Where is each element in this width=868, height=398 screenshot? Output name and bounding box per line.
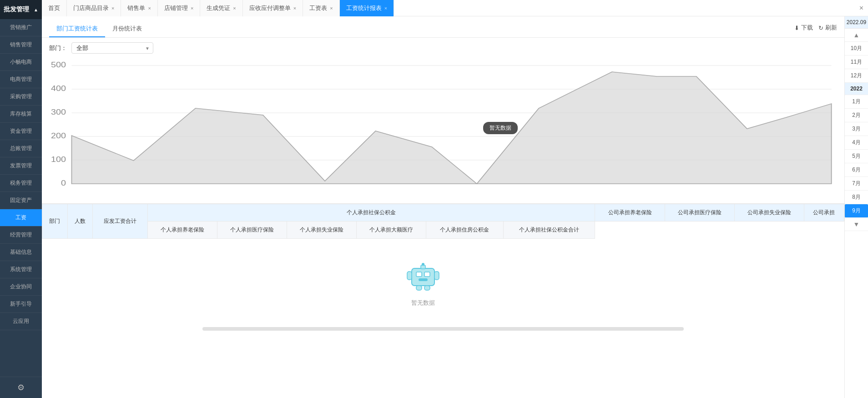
download-icon: ⬇ <box>794 25 799 31</box>
date-panel-header: 2022.09 <box>845 16 868 29</box>
svg-rect-20 <box>434 272 439 280</box>
page-content: 部门工资统计表月份统计表 ⬇ 下载 ↻ 刷新 部门： 全 <box>42 16 844 398</box>
date-month-mar[interactable]: 3月 <box>845 122 868 136</box>
date-month-apr[interactable]: 4月 <box>845 136 868 150</box>
sidebar-item-系统管理[interactable]: 系统管理 <box>0 261 42 278</box>
sidebar-item-企业协同[interactable]: 企业协同 <box>0 278 42 296</box>
col-personal-large-medical: 个人承担大额医疗 <box>357 222 426 239</box>
table-sub-header-row: 个人承担养老保险 个人承担医疗保险 个人承担失业保险 个人承担大额医疗 个人承担… <box>42 222 844 239</box>
svg-text:0: 0 <box>61 179 66 187</box>
empty-text: 暂无数据 <box>411 299 435 307</box>
sidebar-item-销售管理[interactable]: 销售管理 <box>0 36 42 54</box>
svg-text:500: 500 <box>51 61 66 69</box>
col-company-medical: 公司承担医疗保险 <box>665 204 734 222</box>
sidebar: 批发管理 ▲ 营销推广销售管理小畅电商电商管理采购管理库存核算资金管理总账管理发… <box>0 0 42 398</box>
sidebar-item-电商管理[interactable]: 电商管理 <box>0 71 42 88</box>
svg-point-18 <box>422 263 424 266</box>
department-select[interactable]: 全部 <box>71 42 153 54</box>
empty-state-cell: 暂无数据 <box>42 239 804 326</box>
sidebar-item-总账管理[interactable]: 总账管理 <box>0 140 42 157</box>
sidebar-settings-button[interactable]: ⚙ <box>0 377 42 398</box>
sidebar-item-新手引导[interactable]: 新手引导 <box>0 296 42 313</box>
date-month-jul[interactable]: 7月 <box>845 177 868 191</box>
sidebar-item-经营管理[interactable]: 经营管理 <box>0 227 42 244</box>
sidebar-item-工资[interactable]: 工资 <box>0 209 42 227</box>
col-personal-pension: 个人承担养老保险 <box>147 222 217 239</box>
sidebar-item-小畅电商[interactable]: 小畅电商 <box>0 54 42 71</box>
date-month-feb[interactable]: 2月 <box>845 109 868 122</box>
col-personal-housing-fund: 个人承担住房公积金 <box>426 222 503 239</box>
table-group-header-row: 部门 人数 应发工资合计 个人承担社保公积金 公司承担养老保险 公司承担医疗保险… <box>42 204 844 222</box>
tab-label: 生成凭证 <box>207 4 230 12</box>
tab-close-button[interactable]: × <box>191 5 193 11</box>
date-month-aug[interactable]: 8月 <box>845 191 868 204</box>
tab-close-button[interactable]: × <box>293 5 296 11</box>
col-personal-total: 个人承担社保公积金合计 <box>503 222 595 239</box>
tab-close-button[interactable]: × <box>148 5 151 11</box>
sub-tab-部门工资统计表[interactable]: 部门工资统计表 <box>49 21 105 37</box>
sidebar-item-基础信息[interactable]: 基础信息 <box>0 244 42 261</box>
refresh-label: 刷新 <box>825 24 837 32</box>
tab-生成凭证[interactable]: 生成凭证× <box>200 0 242 16</box>
sidebar-title: 批发管理 <box>4 5 29 14</box>
date-scroll-down-button[interactable]: ▼ <box>845 218 868 231</box>
tab-工资统计报表[interactable]: 工资统计报表× <box>340 0 394 16</box>
main-content: 首页门店商品目录×销售单×店铺管理×生成凭证×应收应付调整单×工资表×工资统计报… <box>42 0 868 398</box>
tab-label: 店铺管理 <box>164 4 188 12</box>
tab-门店商品目录[interactable]: 门店商品目录× <box>67 0 121 16</box>
date-month-may[interactable]: 5月 <box>845 150 868 163</box>
date-month-jun[interactable]: 6月 <box>845 163 868 177</box>
close-all-tabs-button[interactable]: × <box>855 4 868 12</box>
tab-label: 门店商品目录 <box>73 4 109 12</box>
date-month-jan[interactable]: 1月 <box>845 95 868 109</box>
tab-销售单[interactable]: 销售单× <box>121 0 157 16</box>
date-month-oct[interactable]: 10月 <box>845 42 868 55</box>
sidebar-item-营销推广[interactable]: 营销推广 <box>0 19 42 36</box>
tab-close-button[interactable]: × <box>111 5 114 11</box>
sidebar-item-资金管理[interactable]: 资金管理 <box>0 123 42 140</box>
tab-label: 销售单 <box>127 4 145 12</box>
empty-icon <box>405 257 441 293</box>
tab-label: 首页 <box>48 4 60 12</box>
department-select-wrapper[interactable]: 全部 <box>71 42 153 54</box>
table-empty-row: 暂无数据 <box>42 239 844 326</box>
date-month-sep[interactable]: 9月 <box>845 204 868 218</box>
filter-bar: 部门： 全部 <box>42 38 844 58</box>
svg-rect-16 <box>419 278 428 281</box>
svg-rect-17 <box>421 265 425 269</box>
download-button[interactable]: ⬇ 下载 <box>794 24 813 32</box>
sub-tab-月份统计表[interactable]: 月份统计表 <box>105 21 149 37</box>
tab-店铺管理[interactable]: 店铺管理× <box>158 0 200 16</box>
tab-首页[interactable]: 首页 <box>42 0 67 16</box>
horizontal-scrollbar[interactable] <box>202 327 684 331</box>
department-filter-label: 部门： <box>49 44 67 52</box>
tab-close-button[interactable]: × <box>330 5 333 11</box>
tab-close-button[interactable]: × <box>233 5 236 11</box>
sidebar-arrow-icon: ▲ <box>34 7 38 12</box>
sidebar-item-固定资产[interactable]: 固定资产 <box>0 192 42 209</box>
sidebar-item-云应用[interactable]: 云应用 <box>0 313 42 330</box>
tab-应收应付调整单[interactable]: 应收应付调整单× <box>243 0 303 16</box>
sidebar-item-采购管理[interactable]: 采购管理 <box>0 88 42 106</box>
sidebar-item-发票管理[interactable]: 发票管理 <box>0 157 42 175</box>
tab-close-button[interactable]: × <box>384 5 387 11</box>
tab-工资表[interactable]: 工资表× <box>303 0 339 16</box>
tab-label: 工资统计报表 <box>346 4 382 12</box>
sidebar-header[interactable]: 批发管理 ▲ <box>0 0 42 19</box>
date-month-nov[interactable]: 11月 <box>845 55 868 69</box>
tab-bar: 首页门店商品目录×销售单×店铺管理×生成凭证×应收应付调整单×工资表×工资统计报… <box>42 0 868 16</box>
content-area: 部门工资统计表月份统计表 ⬇ 下载 ↻ 刷新 部门： 全 <box>42 16 868 398</box>
refresh-button[interactable]: ↻ 刷新 <box>818 24 837 32</box>
date-month-dec[interactable]: 12月 <box>845 69 868 83</box>
tab-label: 工资表 <box>309 4 327 12</box>
sidebar-item-税务管理[interactable]: 税务管理 <box>0 175 42 192</box>
col-total-salary: 应发工资合计 <box>93 204 148 239</box>
chart-container: 500 400 300 200 100 0 <box>42 58 844 203</box>
date-year-2022[interactable]: 2022 <box>845 83 868 95</box>
tab-label: 应收应付调整单 <box>249 4 291 12</box>
svg-text:100: 100 <box>51 156 66 164</box>
chart-svg: 500 400 300 200 100 0 <box>49 58 837 195</box>
date-scroll-up-button[interactable]: ▲ <box>845 29 868 42</box>
sidebar-item-库存核算[interactable]: 库存核算 <box>0 106 42 123</box>
svg-rect-21 <box>416 286 422 290</box>
